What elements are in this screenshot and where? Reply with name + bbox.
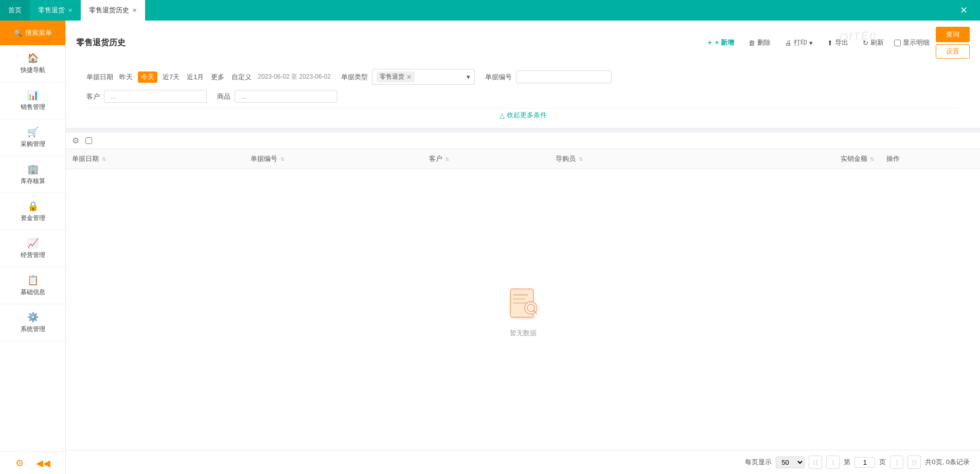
col-no-sort-icon: ⇅ [280,156,284,162]
date-1month[interactable]: 近1月 [185,71,206,83]
sidebar-item-operation-label: 经营管理 [21,251,45,260]
next-page-button[interactable]: ⟩ [890,455,903,469]
svg-rect-2 [513,294,528,296]
prev-page-button[interactable]: ⟨ [826,455,840,469]
finance-icon: 🔒 [27,200,39,212]
operation-icon: 📈 [27,238,39,249]
toolbar-right: ＋ + 新增 🗑 删除 🖨 打印 ▾ ⬆ 导出 [702,27,970,59]
select-all-checkbox[interactable] [85,137,92,144]
date-7days[interactable]: 近7天 [161,71,182,83]
refresh-icon: ↻ [863,39,868,47]
first-page-button[interactable]: ⟨⟨ [809,455,822,469]
page-size-select[interactable]: 50 10 20 100 [776,457,805,468]
sidebar-item-operation[interactable]: 📈 经营管理 [0,230,65,267]
tab-home[interactable]: 首页 [0,0,30,21]
main-layout: 🔍 搜索菜单 🏠 快捷导航 📊 销售管理 🛒 采购管理 🏢 库存核算 🔒 [0,21,980,474]
tab-retail-return[interactable]: 零售退货 ✕ [30,0,81,21]
filter-area: 单据日期 昨天 今天 近7天 近1月 更多 自定义 2023-06-02 至 2… [76,63,970,128]
svg-rect-4 [513,302,527,304]
col-guide[interactable]: 导购员 ⇅ [549,149,702,169]
date-more[interactable]: 更多 [209,71,226,83]
doc-type-value: 零售退货 [380,72,404,81]
doc-type-tag: 零售退货 ✕ [377,71,415,82]
goods-label: 商品 [217,92,230,101]
page-title-row: 零售退货历史 ＋ + 新增 🗑 删除 🖨 打印 ▾ [76,27,970,59]
total-text: 共0页, 0条记录 [925,458,970,467]
col-date[interactable]: 单据日期 ⇅ [66,149,244,169]
col-guide-label: 导购员 [556,155,576,162]
sidebar-menu: 🏠 快捷导航 📊 销售管理 🛒 采购管理 🏢 库存核算 🔒 资金管理 📈 [0,45,65,451]
sidebar-item-sales[interactable]: 📊 销售管理 [0,82,65,119]
date-today[interactable]: 今天 [138,71,157,83]
table-header: 单据日期 ⇅ 单据编号 ⇅ 客户 ⇅ 导购员 ⇅ [66,149,980,169]
goods-input[interactable]: ... [235,90,337,103]
filter-doc-no: 单据编号 [485,70,612,83]
sidebar-item-system[interactable]: ⚙️ 系统管理 [0,304,65,341]
sidebar-item-finance[interactable]: 🔒 资金管理 [0,193,65,230]
delete-button[interactable]: 🗑 删除 [744,36,775,49]
show-detail-checkbox[interactable] [894,40,901,46]
system-icon: ⚙️ [27,312,39,323]
tab-retail-return-history-close[interactable]: ✕ [132,7,137,14]
page-title: 零售退货历史 [76,38,126,48]
sidebar-settings-icon[interactable]: ⚙ [15,458,24,469]
collapse-label: 收起更多条件 [507,111,547,120]
col-customer[interactable]: 客户 ⇅ [423,149,549,169]
sidebar-item-sales-label: 销售管理 [21,103,45,112]
sidebar-audio-icon[interactable]: ◀◀ [36,458,50,469]
doc-type-label: 单据类型 [341,72,368,82]
export-label: 导出 [835,38,848,47]
show-detail-label: 显示明细 [903,38,930,47]
sidebar-item-basic-label: 基础信息 [21,288,45,297]
date-yesterday[interactable]: 昨天 [117,71,135,83]
new-icon: ＋ [706,38,713,47]
col-no[interactable]: 单据编号 ⇅ [244,149,423,169]
sidebar-item-purchase[interactable]: 🛒 采购管理 [0,119,65,156]
data-table: 单据日期 ⇅ 单据编号 ⇅ 客户 ⇅ 导购员 ⇅ [66,149,980,169]
delete-label: 删除 [757,38,771,47]
refresh-label: 刷新 [870,38,884,47]
topbar-right: ✕ [956,5,980,16]
col-customer-sort-icon: ⇅ [445,156,449,162]
date-range-display: 2023-06-02 至 2023-06-02 [258,72,330,81]
doc-no-input[interactable] [516,70,612,83]
sidebar-item-basic[interactable]: 📋 基础信息 [0,267,65,304]
export-icon: ⬆ [827,39,833,47]
doc-no-label: 单据编号 [485,72,512,82]
export-button[interactable]: ⬆ 导出 [823,36,852,49]
query-button[interactable]: 查询 [936,27,970,42]
sidebar-search[interactable]: 🔍 搜索菜单 [0,21,65,45]
sidebar-bottom: ⚙ ◀◀ [0,451,65,474]
content-area: 零售退货历史 ＋ + 新增 🗑 删除 🖨 打印 ▾ [66,21,980,474]
sidebar-search-label: 搜索菜单 [25,28,52,38]
filter-doc-type: 单据类型 零售退货 ✕ ▾ [341,69,475,85]
tab-retail-return-label: 零售退货 [38,6,65,15]
collapse-icon: △ [500,112,505,119]
doc-type-select[interactable]: 零售退货 ✕ ▾ [372,69,475,85]
page-header: 零售退货历史 ＋ + 新增 🗑 删除 🖨 打印 ▾ [66,21,980,129]
doc-type-remove[interactable]: ✕ [406,74,412,81]
refresh-button[interactable]: ↻ 刷新 [859,36,888,49]
date-custom[interactable]: 自定义 [229,71,254,83]
page-input[interactable] [854,457,875,468]
sidebar-item-quick-nav[interactable]: 🏠 快捷导航 [0,45,65,82]
col-amount[interactable]: 实销金额 ⇅ [702,149,881,169]
show-detail-checkbox-row[interactable]: 显示明细 [894,38,930,47]
sidebar-item-inventory[interactable]: 🏢 库存核算 [0,156,65,193]
empty-state: 暂无数据 [66,169,980,450]
new-button[interactable]: ＋ + 新增 [702,36,738,49]
last-page-button[interactable]: ⟩⟩ [907,455,921,469]
sidebar-item-system-label: 系统管理 [21,325,45,334]
purchase-icon: 🛒 [27,126,39,138]
home-icon: 🏠 [27,52,39,64]
tab-retail-return-history[interactable]: 零售退货历史 ✕ [81,0,145,21]
customer-input[interactable]: ... [104,90,207,103]
setting-button[interactable]: 设置 [936,44,970,59]
collapse-bar[interactable]: △ 收起更多条件 [86,108,959,122]
tab-retail-return-close[interactable]: ✕ [68,7,73,14]
pagination: 每页显示 50 10 20 100 ⟨⟨ ⟨ 第 页 ⟩ ⟩⟩ 共0页, 0条记… [66,450,980,474]
window-close-button[interactable]: ✕ [956,5,972,16]
table-settings-icon[interactable]: ⚙ [72,136,79,145]
sidebar-item-inventory-label: 库存核算 [21,177,45,186]
print-button[interactable]: 🖨 打印 ▾ [781,36,817,49]
